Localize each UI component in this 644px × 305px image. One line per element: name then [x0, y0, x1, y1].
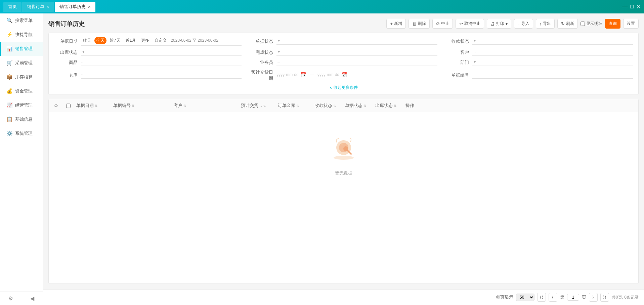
add-icon: +: [390, 21, 393, 26]
expected-date-end[interactable]: yyyy-mm-dd: [317, 72, 339, 77]
select-all-checkbox[interactable]: [66, 104, 71, 108]
th-pay-status[interactable]: 收款状态 ⇅: [312, 103, 342, 109]
total-info: 共0页, 0条记录: [612, 295, 639, 300]
th-customer[interactable]: 客户 ⇅: [171, 103, 238, 109]
add-button[interactable]: + 新增: [386, 19, 406, 29]
sidebar-item-operation-label: 经营管理: [15, 102, 33, 108]
query-button[interactable]: 查询: [605, 19, 620, 29]
calendar-start-icon[interactable]: 📅: [301, 72, 306, 77]
date-1month-btn[interactable]: 近1月: [124, 37, 138, 44]
th-amount[interactable]: 订单金额 ⇅: [275, 103, 312, 109]
maximize-icon[interactable]: □: [630, 4, 634, 10]
top-bar-right: — □ ✕: [622, 4, 641, 10]
complete-status-select[interactable]: ▾: [276, 49, 280, 54]
salesperson-field: ···: [276, 59, 437, 66]
export-button[interactable]: ↑ 导出: [536, 19, 555, 29]
per-page-label: 每页显示: [496, 294, 513, 300]
date-yesterday-btn[interactable]: 昨天: [81, 37, 93, 44]
prev-page-btn[interactable]: ⟨: [549, 293, 557, 302]
sales-mgmt-icon: 📊: [6, 46, 12, 52]
sidebar-item-sales-mgmt[interactable]: 📊 销售管理: [0, 42, 43, 56]
import-button[interactable]: ↓ 导入: [514, 19, 533, 29]
inventory-icon: 📦: [6, 74, 12, 80]
th-settings[interactable]: ⚙: [51, 103, 63, 108]
th-stock-status[interactable]: 出库状态 ⇅: [373, 103, 403, 109]
date-range-text: 2023-06-02 至 2023-06-02: [171, 38, 218, 43]
tab-home[interactable]: 首页: [3, 2, 22, 12]
goods-dots[interactable]: ···: [81, 59, 85, 64]
quick-nav-icon: ⚡: [6, 32, 12, 38]
sidebar-item-purchase-mgmt[interactable]: 🛒 采购管理: [0, 56, 43, 70]
delete-button[interactable]: 🗑 删除: [409, 19, 430, 29]
close-icon[interactable]: ✕: [636, 4, 641, 10]
date-more-btn[interactable]: 更多: [139, 37, 151, 44]
page-word: 第: [560, 294, 564, 300]
sidebar-settings-icon[interactable]: ⚙: [8, 295, 13, 302]
sidebar-item-sys-mgmt[interactable]: ⚙️ 系统管理: [0, 126, 43, 141]
order-no-input[interactable]: [472, 72, 633, 77]
th-order-no[interactable]: 单据编号 ⇅: [111, 103, 171, 109]
cancel-stop-label: 取消中止: [464, 21, 480, 27]
filter-row-3: 商品 ··· 业务员 ··· 部门 ▾: [54, 59, 633, 66]
warehouse-dots[interactable]: ···: [81, 72, 85, 77]
payment-status-select[interactable]: ▾: [472, 38, 476, 43]
sidebar-item-finance[interactable]: 💰 资金管理: [0, 84, 43, 98]
sidebar-bottom: ⚙ ◀: [0, 292, 43, 305]
calendar-end-icon[interactable]: 📅: [341, 72, 347, 77]
expected-date-start[interactable]: yyyy-mm-dd: [276, 72, 298, 77]
order-status-select[interactable]: ▾: [276, 38, 280, 43]
print-button[interactable]: 🖨 打印 ▾: [487, 19, 511, 29]
sidebar-item-quick-nav[interactable]: ⚡ 快捷导航: [0, 28, 43, 42]
tab-sales-order-close[interactable]: ✕: [46, 5, 49, 9]
refresh-icon: ↻: [561, 21, 565, 26]
stop-button[interactable]: ⊘ 中止: [432, 19, 453, 29]
cancel-stop-button[interactable]: ↩ 取消中止: [456, 19, 484, 29]
pagination-bar: 每页显示 50 10 20 100 ⟨⟨ ⟨ 第 页 ⟩ ⟩⟩ 共0页, 0条记…: [43, 289, 644, 305]
th-stock-status-sort-icon: ⇅: [394, 104, 396, 108]
sidebar-item-search-menu[interactable]: 🔍 搜索菜单: [0, 13, 43, 28]
sidebar-item-inventory-label: 库存核算: [15, 74, 33, 80]
expected-date-field: yyyy-mm-dd 📅 — yyyy-mm-dd 📅: [276, 72, 437, 79]
date-7days-btn[interactable]: 近7天: [108, 37, 122, 44]
tab-sales-order[interactable]: 销售订单 ✕: [22, 2, 54, 12]
sidebar-item-finance-label: 资金管理: [15, 88, 33, 94]
stock-out-select[interactable]: ▾: [81, 49, 85, 54]
customer-field: ···: [472, 49, 633, 56]
th-pay-status-sort-icon: ⇅: [333, 104, 336, 108]
next-page-btn[interactable]: ⟩: [589, 293, 598, 302]
sidebar-item-inventory[interactable]: 📦 库存核算: [0, 70, 43, 84]
th-date[interactable]: 单据日期 ⇅: [74, 103, 111, 109]
date-today-btn[interactable]: 今天: [94, 37, 106, 44]
date-custom-btn[interactable]: 自定义: [153, 37, 169, 44]
date-separator: —: [308, 72, 315, 77]
th-order-no-label: 单据编号: [113, 103, 131, 109]
th-checkbox[interactable]: [63, 104, 74, 108]
th-delivery[interactable]: 预计交货... ⇅: [238, 103, 275, 109]
print-label: 打印: [496, 21, 504, 27]
department-select[interactable]: ▾: [472, 59, 476, 64]
refresh-button[interactable]: ↻ 刷新: [557, 19, 578, 29]
customer-dots[interactable]: ···: [472, 49, 476, 54]
sidebar-item-basic-info[interactable]: 📋 基础信息: [0, 112, 43, 126]
warehouse-field: ···: [81, 72, 242, 79]
tab-sales-order-history-close[interactable]: ✕: [88, 5, 91, 9]
collapse-btn[interactable]: ∧ 收起更多条件: [54, 85, 633, 90]
th-operation-label: 操作: [405, 103, 414, 109]
salesperson-dots[interactable]: ···: [276, 59, 280, 64]
stock-out-field: ▾: [81, 49, 242, 56]
tab-sales-order-history[interactable]: 销售订单历史 ✕: [55, 2, 95, 12]
basic-info-icon: 📋: [6, 116, 12, 122]
page-input[interactable]: [567, 294, 579, 301]
th-order-status[interactable]: 单据状态 ⇅: [342, 103, 373, 109]
page-title: 销售订单历史: [48, 20, 85, 28]
order-no-label: 单据编号: [445, 72, 472, 78]
sidebar-item-operation[interactable]: 📈 经营管理: [0, 98, 43, 112]
minimize-icon[interactable]: —: [622, 4, 628, 10]
sidebar-collapse-icon[interactable]: ◀: [30, 295, 34, 302]
settings-button[interactable]: 设置: [623, 19, 639, 29]
goods-label: 商品: [54, 60, 81, 66]
last-page-btn[interactable]: ⟩⟩: [600, 293, 609, 302]
first-page-btn[interactable]: ⟨⟨: [537, 293, 546, 302]
display-toggle-checkbox[interactable]: [581, 22, 585, 26]
per-page-select[interactable]: 50 10 20 100: [516, 294, 534, 301]
